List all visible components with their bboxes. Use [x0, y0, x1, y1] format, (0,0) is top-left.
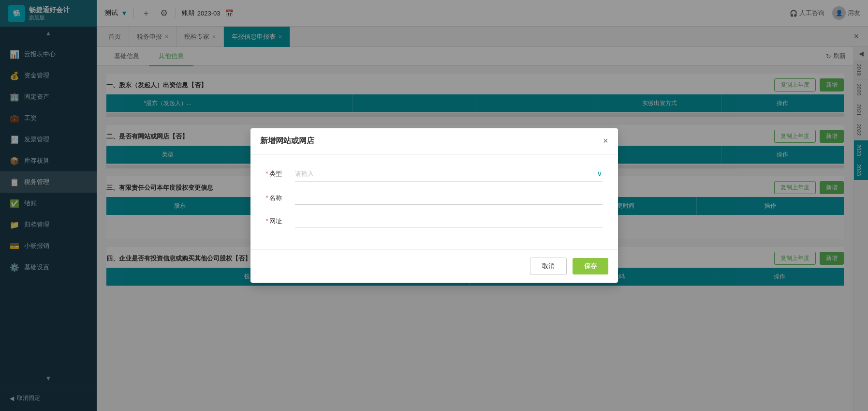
- modal-overlay: 新增网站或网店 × *类型 ∨ *名称: [0, 0, 868, 411]
- field-label-name: *名称: [266, 194, 295, 202]
- save-button[interactable]: 保存: [573, 258, 608, 274]
- modal-title: 新增网站或网店: [260, 136, 314, 146]
- modal-footer: 取消 保存: [250, 249, 618, 283]
- field-label-type: *类型: [266, 169, 295, 178]
- field-type-wrap[interactable]: ∨: [295, 166, 603, 182]
- add-website-modal: 新增网站或网店 × *类型 ∨ *名称: [250, 128, 618, 283]
- form-field-name: *名称: [266, 191, 603, 205]
- form-field-type: *类型 ∨: [266, 166, 603, 182]
- field-label-url: *网址: [266, 217, 295, 226]
- modal-header: 新增网站或网店 ×: [250, 128, 618, 154]
- form-field-url: *网址: [266, 214, 603, 228]
- cancel-button[interactable]: 取消: [530, 258, 567, 275]
- field-url-wrap[interactable]: [295, 214, 603, 228]
- modal-close-button[interactable]: ×: [603, 136, 608, 146]
- name-input[interactable]: [295, 194, 603, 201]
- type-dropdown-icon[interactable]: ∨: [597, 169, 603, 178]
- field-name-wrap[interactable]: [295, 191, 603, 205]
- modal-body: *类型 ∨ *名称 *网址: [250, 154, 618, 249]
- type-input[interactable]: [295, 170, 597, 177]
- url-input[interactable]: [295, 217, 603, 225]
